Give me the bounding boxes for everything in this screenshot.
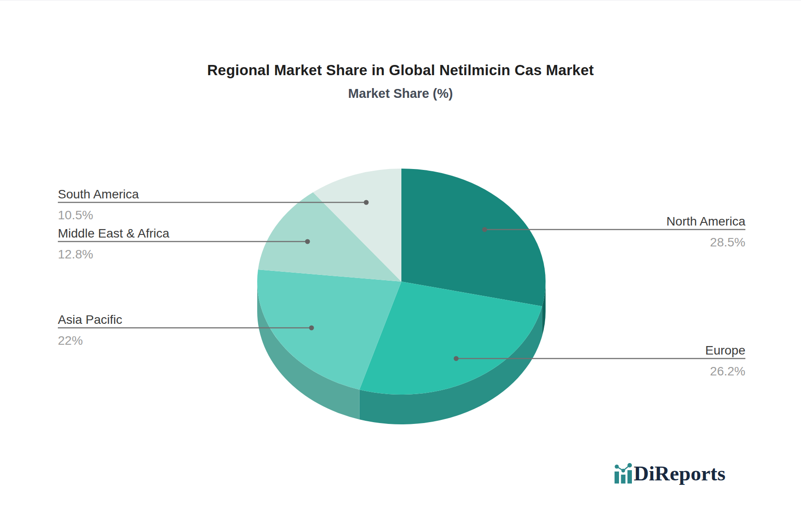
callout-value-middle-east-africa: 12.8% bbox=[58, 248, 93, 261]
callout-label-asia-pacific: Asia Pacific bbox=[58, 313, 122, 326]
callout-value-europe: 26.2% bbox=[710, 365, 745, 378]
callout-label-middle-east-africa: Middle East & Africa bbox=[58, 227, 170, 240]
leader-dot-middle-east-africa bbox=[305, 239, 310, 244]
leader-dot-south-america bbox=[364, 200, 369, 205]
logo: DiReports bbox=[613, 461, 738, 487]
logo-text: DiReports bbox=[634, 462, 725, 485]
callout-value-north-america: 28.5% bbox=[710, 236, 745, 249]
callout-label-europe: Europe bbox=[705, 344, 745, 357]
pie-chart bbox=[0, 1, 801, 532]
callout-label-south-america: South America bbox=[58, 188, 139, 201]
leader-dot-north-america bbox=[482, 227, 487, 232]
leader-dot-europe bbox=[454, 356, 459, 361]
bar-chart-logo-icon bbox=[613, 462, 634, 485]
callout-value-south-america: 10.5% bbox=[58, 209, 93, 222]
callout-value-asia-pacific: 22% bbox=[58, 334, 83, 347]
callout-label-north-america: North America bbox=[667, 215, 745, 228]
chart-canvas: Regional Market Share in Global Netilmic… bbox=[0, 0, 801, 532]
leader-dot-asia-pacific bbox=[309, 326, 314, 330]
